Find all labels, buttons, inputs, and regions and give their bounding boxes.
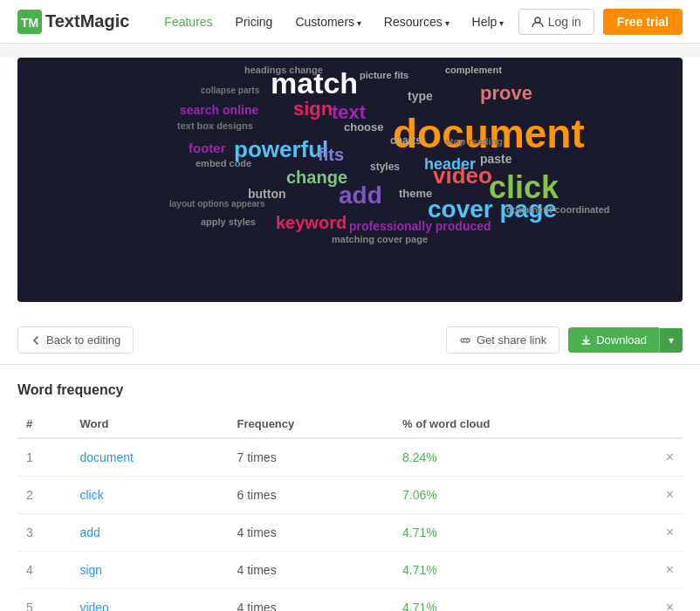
row-remove[interactable]: × <box>626 438 683 477</box>
word-cloud-word: document <box>393 110 585 157</box>
logo[interactable]: TM TextMagic <box>17 10 129 34</box>
row-word[interactable]: add <box>71 514 228 552</box>
word-cloud-word: picture fits <box>360 70 408 80</box>
row-word[interactable]: sign <box>71 552 228 589</box>
table-row: 5 video 4 times 4.71% × <box>17 589 683 612</box>
word-cloud-word: sign <box>293 98 333 120</box>
section-title: Word frequency <box>17 382 683 398</box>
word-cloud-word: add <box>339 182 382 209</box>
word-cloud-word: footer <box>189 141 226 155</box>
word-cloud-word: keyword <box>276 213 347 233</box>
link-icon <box>459 334 471 347</box>
row-num: 4 <box>17 552 71 589</box>
col-num: # <box>17 410 71 438</box>
row-word[interactable]: click <box>71 477 228 514</box>
nav-pricing[interactable]: Pricing <box>227 10 282 34</box>
row-num: 5 <box>17 589 71 612</box>
word-cloud-word: layout options appears <box>169 199 264 209</box>
word-cloud-word: document coordinated <box>506 204 610 215</box>
row-freq: 4 times <box>229 552 395 589</box>
word-cloud-word: embed code <box>196 158 251 168</box>
table-header-row: # Word Frequency % of word cloud <box>17 410 683 438</box>
table-row: 3 add 4 times 4.71% × <box>17 514 683 552</box>
word-cloud-word: collapse parts <box>201 86 259 95</box>
row-freq: 7 times <box>229 438 395 477</box>
word-cloud-word: search online <box>180 103 258 117</box>
back-button[interactable]: Back to editing <box>17 326 134 354</box>
row-pct: 4.71% <box>394 514 626 552</box>
word-cloud-word: prove <box>480 82 532 105</box>
table-row: 2 click 6 times 7.06% × <box>17 477 683 514</box>
row-word[interactable]: video <box>71 589 228 612</box>
user-icon <box>532 16 544 28</box>
word-cloud-word: professionally produced <box>349 219 491 233</box>
col-freq: Frequency <box>229 410 395 438</box>
download-button[interactable]: Download ▾ <box>568 327 683 353</box>
table-row: 1 document 7 times 8.24% × <box>17 438 683 477</box>
row-pct: 8.24% <box>394 438 626 477</box>
header: TM TextMagic Features Pricing Customers … <box>0 0 700 44</box>
word-cloud-word: video <box>433 162 492 189</box>
row-freq: 6 times <box>229 477 395 514</box>
main-nav: Features Pricing Customers Resources Hel… <box>155 10 518 34</box>
word-frequency-section: Word frequency # Word Frequency % of wor… <box>0 365 700 611</box>
download-arrow[interactable]: ▾ <box>659 328 683 353</box>
row-word[interactable]: document <box>71 438 228 477</box>
word-cloud: headings changematchpicture fitscompleme… <box>17 58 683 302</box>
word-cloud-word: matching cover page <box>332 234 428 244</box>
word-cloud-word: charts <box>390 134 422 147</box>
row-remove[interactable]: × <box>626 552 683 589</box>
row-freq: 4 times <box>229 589 395 612</box>
login-button[interactable]: Log in <box>518 9 594 35</box>
row-num: 3 <box>17 514 71 552</box>
row-pct: 4.71% <box>394 552 626 589</box>
word-cloud-word: apply styles <box>201 216 256 227</box>
chevron-left-icon <box>31 335 41 346</box>
word-cloud-word: choose <box>344 120 384 134</box>
frequency-table: # Word Frequency % of word cloud 1 docum… <box>17 410 683 611</box>
row-num: 1 <box>17 438 71 477</box>
logo-icon: TM <box>17 10 42 34</box>
nav-help[interactable]: Help <box>463 10 513 34</box>
download-icon <box>580 334 592 346</box>
download-main[interactable]: Download <box>568 327 659 353</box>
nav-features[interactable]: Features <box>155 10 221 34</box>
row-remove[interactable]: × <box>626 514 683 552</box>
row-pct: 7.06% <box>394 477 626 514</box>
row-remove[interactable]: × <box>626 477 683 514</box>
main-content: headings changematchpicture fitscompleme… <box>0 58 700 611</box>
word-cloud-word: fits <box>318 145 344 165</box>
free-trial-button[interactable]: Free trial <box>603 9 683 35</box>
share-button[interactable]: Get share link <box>446 326 559 354</box>
svg-point-2 <box>535 17 540 23</box>
header-right: Log in Free trial <box>518 9 683 35</box>
row-freq: 4 times <box>229 514 395 552</box>
row-pct: 4.71% <box>394 589 626 612</box>
col-pct: % of word cloud <box>394 410 626 438</box>
word-cloud-word: type <box>408 89 433 103</box>
row-num: 2 <box>17 477 71 514</box>
word-cloud-word: text box designs <box>177 120 253 131</box>
word-cloud-word: stop reading <box>445 136 503 147</box>
toolbar-right: Get share link Download ▾ <box>446 326 683 354</box>
row-remove[interactable]: × <box>626 589 683 612</box>
col-word: Word <box>71 410 228 438</box>
nav-customers[interactable]: Customers <box>286 10 369 34</box>
word-cloud-word: styles <box>370 161 400 173</box>
nav-resources[interactable]: Resources <box>375 10 458 34</box>
svg-text:TM: TM <box>21 16 38 30</box>
word-cloud-word: match <box>271 66 358 100</box>
word-cloud-word: complement <box>445 65 502 75</box>
table-row: 4 sign 4 times 4.71% × <box>17 552 683 589</box>
col-remove <box>626 410 683 438</box>
toolbar: Back to editing Get share link Download … <box>0 316 700 365</box>
logo-text: TextMagic <box>45 11 129 31</box>
